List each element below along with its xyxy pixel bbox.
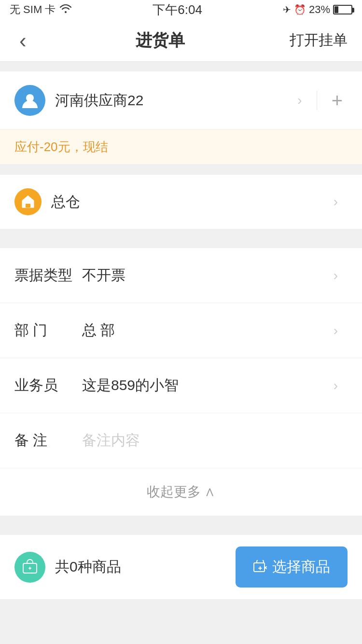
product-count-label: 共0种商品 <box>55 557 226 577</box>
top-divider <box>0 62 362 71</box>
select-product-label: 选择商品 <box>272 557 330 577</box>
invoice-type-chevron-icon: › <box>334 268 338 283</box>
department-row[interactable]: 部 门 总 部 › <box>0 303 362 358</box>
salesperson-label: 业务员 <box>14 376 82 395</box>
status-right: ✈ ⏰ 23% <box>283 3 352 16</box>
wifi-icon <box>59 3 72 16</box>
svg-rect-1 <box>26 204 30 208</box>
info-section: 票据类型 不开票 › 部 门 总 部 › 业务员 这是859的小智 › 备 注 … <box>0 248 362 468</box>
department-value: 总 部 <box>82 321 334 340</box>
supplier-row[interactable]: 河南供应商22 › + <box>0 71 362 130</box>
supplier-name: 河南供应商22 <box>55 91 297 111</box>
nav-bar: ‹ 进货单 打开挂单 <box>0 19 362 62</box>
salesperson-value: 这是859的小智 <box>82 376 334 395</box>
open-pending-button[interactable]: 打开挂单 <box>290 30 348 50</box>
remark-row[interactable]: 备 注 备注内容 <box>0 413 362 468</box>
invoice-type-value: 不开票 <box>82 266 334 285</box>
notice-banner: 应付-20元，现结 <box>0 130 362 165</box>
select-product-button[interactable]: 选择商品 <box>236 546 348 588</box>
back-button[interactable]: ‹ <box>14 24 31 57</box>
location-icon: ✈ <box>283 4 291 15</box>
invoice-type-row[interactable]: 票据类型 不开票 › <box>0 248 362 303</box>
add-supplier-button[interactable]: + <box>327 90 348 112</box>
battery-icon <box>333 5 352 14</box>
status-bar: 无 SIM 卡 下午6:04 ✈ ⏰ 23% <box>0 0 362 19</box>
battery-percent: 23% <box>309 3 330 16</box>
department-chevron-icon: › <box>334 323 338 338</box>
supplier-avatar <box>14 85 45 116</box>
divider-1 <box>0 165 362 174</box>
warehouse-icon <box>14 188 42 215</box>
collapse-button[interactable]: 收起更多 ∧ <box>0 468 362 516</box>
divider-3 <box>0 516 362 525</box>
invoice-type-label: 票据类型 <box>14 266 82 285</box>
status-left: 无 SIM 卡 <box>10 2 72 17</box>
collapse-label: 收起更多 ∧ <box>147 484 216 499</box>
notice-text: 应付-20元，现结 <box>14 140 108 154</box>
cart-icon <box>14 552 45 583</box>
department-label: 部 门 <box>14 321 82 340</box>
warehouse-row[interactable]: 总仓 › <box>0 174 362 229</box>
supplier-chevron-icon: › <box>297 93 302 108</box>
status-time: 下午6:04 <box>153 1 202 18</box>
remark-input[interactable]: 备注内容 <box>82 431 348 450</box>
remark-label: 备 注 <box>14 431 82 450</box>
page-title: 进货单 <box>136 29 185 52</box>
svg-rect-3 <box>254 563 265 572</box>
supplier-divider <box>317 91 317 110</box>
alarm-icon: ⏰ <box>294 4 306 15</box>
supplier-section: 河南供应商22 › + 应付-20元，现结 <box>0 71 362 165</box>
warehouse-chevron-icon: › <box>334 194 338 210</box>
divider-2 <box>0 229 362 238</box>
salesperson-chevron-icon: › <box>334 378 338 393</box>
bottom-bar: 共0种商品 选择商品 <box>0 535 362 599</box>
warehouse-name: 总仓 <box>51 192 334 212</box>
carrier-label: 无 SIM 卡 <box>10 2 56 17</box>
salesperson-row[interactable]: 业务员 这是859的小智 › <box>0 358 362 413</box>
